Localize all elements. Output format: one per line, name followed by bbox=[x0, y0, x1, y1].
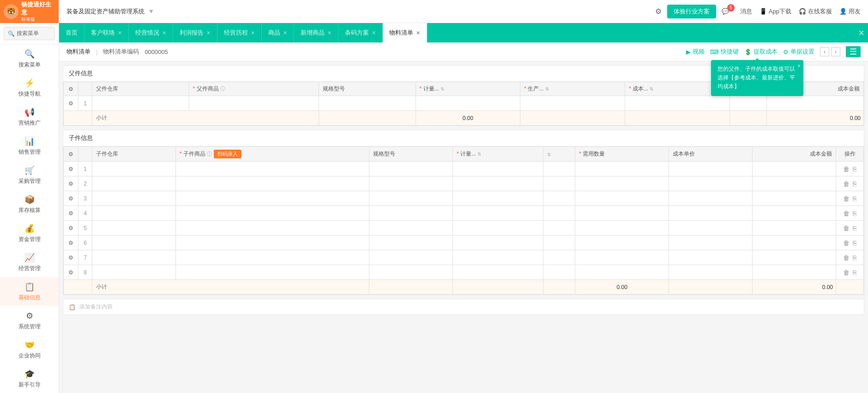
sidebar-item-资金管理[interactable]: 💰资金管理 bbox=[0, 219, 59, 248]
child-row-cost-amount-1[interactable] bbox=[753, 176, 836, 191]
parent-row-spec[interactable] bbox=[319, 96, 416, 111]
parent-row-warehouse[interactable] bbox=[92, 96, 189, 111]
parent-row-production[interactable] bbox=[520, 96, 625, 111]
sidebar-item-销售管理[interactable]: 📊销售管理 bbox=[0, 132, 59, 161]
child-row-extra-2[interactable] bbox=[543, 191, 575, 206]
copy-row-icon[interactable]: ⎘ bbox=[853, 224, 856, 232]
parent-row-cost[interactable] bbox=[625, 96, 730, 111]
child-row-unit-cost-0[interactable] bbox=[669, 162, 753, 176]
parent-row-unit[interactable] bbox=[416, 96, 520, 111]
child-row-cost-amount-3[interactable] bbox=[753, 206, 836, 221]
note-placeholder[interactable]: 添加备注内容 bbox=[79, 303, 113, 311]
child-row-warehouse-5[interactable] bbox=[92, 236, 176, 250]
child-row-quantity-1[interactable] bbox=[575, 176, 669, 191]
child-row-cost-amount-5[interactable] bbox=[753, 236, 836, 250]
nav-tab-7[interactable]: 条码方案✕ bbox=[338, 23, 383, 42]
sidebar-item-基础信息[interactable]: 📋基础信息 bbox=[0, 277, 59, 306]
sidebar-item-企业协同[interactable]: 🤝企业协同 bbox=[0, 335, 59, 364]
child-row-quantity-6[interactable] bbox=[575, 250, 669, 265]
sidebar-item-新手引导[interactable]: 🎓新手引导 bbox=[0, 364, 59, 393]
delete-row-icon[interactable]: 🗑 bbox=[843, 195, 850, 202]
delete-row-icon[interactable]: 🗑 bbox=[843, 210, 850, 217]
online-service-item[interactable]: 🎧 在线客服 bbox=[799, 7, 832, 16]
message-item[interactable]: 💬 5 消息 bbox=[722, 7, 752, 16]
child-row-extra-6[interactable] bbox=[543, 250, 575, 265]
child-row-warehouse-2[interactable] bbox=[92, 191, 176, 206]
child-row-quantity-2[interactable] bbox=[575, 191, 669, 206]
tab-close-icon[interactable]: ✕ bbox=[118, 30, 122, 36]
copy-row-icon[interactable]: ⎘ bbox=[853, 165, 856, 173]
child-row-quantity-7[interactable] bbox=[575, 265, 669, 280]
child-row-spec-2[interactable] bbox=[369, 191, 453, 206]
child-row-unit-cost-5[interactable] bbox=[669, 236, 753, 250]
sidebar-item-经营管理[interactable]: 📈经营管理 bbox=[0, 248, 59, 277]
child-row-spec-3[interactable] bbox=[369, 206, 453, 221]
child-row-product-6[interactable] bbox=[175, 250, 369, 265]
child-row-unit-2[interactable] bbox=[452, 191, 543, 206]
child-row-quantity-0[interactable] bbox=[575, 162, 669, 176]
child-row-warehouse-6[interactable] bbox=[92, 250, 176, 265]
doc-settings-button[interactable]: ⚙ 单据设置 bbox=[783, 48, 814, 56]
sidebar-item-采购管理[interactable]: 🛒采购管理 bbox=[0, 161, 59, 190]
child-row-spec-4[interactable] bbox=[369, 221, 453, 236]
experience-button[interactable]: 体验行业方案 bbox=[667, 5, 716, 18]
child-row-product-2[interactable] bbox=[175, 191, 369, 206]
child-row-quantity-4[interactable] bbox=[575, 221, 669, 236]
copy-row-icon[interactable]: ⎘ bbox=[853, 180, 856, 187]
sidebar-item-库存核算[interactable]: 📦库存核算 bbox=[0, 190, 59, 219]
extract-cost-button[interactable]: 💲 提取成本 bbox=[744, 48, 778, 56]
child-row-unit-cost-1[interactable] bbox=[669, 176, 753, 191]
delete-row-icon[interactable]: 🗑 bbox=[843, 180, 850, 187]
nav-tab-1[interactable]: 客户联络✕ bbox=[84, 23, 129, 42]
nav-tab-4[interactable]: 经营历程✕ bbox=[217, 23, 262, 42]
child-row-unit-6[interactable] bbox=[452, 250, 543, 265]
nav-tab-6[interactable]: 新增商品✕ bbox=[294, 23, 338, 42]
delete-row-icon[interactable]: 🗑 bbox=[843, 239, 850, 247]
scan-input-button[interactable]: 扫码录入 bbox=[214, 150, 241, 158]
parent-row-cost-amount[interactable] bbox=[767, 96, 864, 111]
child-row-quantity-3[interactable] bbox=[575, 206, 669, 221]
shortcut-button[interactable]: ⌨ 快捷键 bbox=[710, 48, 739, 56]
copy-row-icon[interactable]: ⎘ bbox=[853, 269, 856, 276]
close-all-tabs-button[interactable]: ✕ bbox=[855, 29, 868, 37]
child-row-extra-5[interactable] bbox=[543, 236, 575, 250]
nav-tab-8[interactable]: 物料清单✕ bbox=[383, 23, 427, 42]
sidebar-item-营销推广[interactable]: 📢营销推广 bbox=[0, 103, 59, 132]
tab-close-icon[interactable]: ✕ bbox=[416, 30, 420, 36]
view-video-button[interactable]: ▶ 视频 bbox=[686, 48, 705, 56]
child-row-unit-1[interactable] bbox=[452, 176, 543, 191]
child-row-cost-amount-7[interactable] bbox=[753, 265, 836, 280]
child-row-extra-3[interactable] bbox=[543, 206, 575, 221]
next-record-button[interactable]: › bbox=[831, 47, 840, 56]
tab-close-icon[interactable]: ✕ bbox=[283, 30, 287, 36]
user-item[interactable]: 👤 用友 bbox=[839, 7, 861, 16]
delete-row-icon[interactable]: 🗑 bbox=[843, 224, 850, 232]
child-row-warehouse-7[interactable] bbox=[92, 265, 176, 280]
child-row-unit-5[interactable] bbox=[452, 236, 543, 250]
child-row-product-7[interactable] bbox=[175, 265, 369, 280]
parent-row-extra[interactable] bbox=[729, 96, 767, 111]
child-row-cost-amount-4[interactable] bbox=[753, 221, 836, 236]
prev-record-button[interactable]: ‹ bbox=[820, 47, 829, 56]
tooltip-close-button[interactable]: × bbox=[797, 62, 801, 71]
child-row-spec-6[interactable] bbox=[369, 250, 453, 265]
child-row-spec-0[interactable] bbox=[369, 162, 453, 176]
child-row-extra-0[interactable] bbox=[543, 162, 575, 176]
search-menu-button[interactable]: 🔍 搜索菜单 bbox=[4, 27, 55, 40]
sidebar-item-快捷导航[interactable]: ⚡快捷导航 bbox=[0, 73, 59, 103]
child-row-quantity-5[interactable] bbox=[575, 236, 669, 250]
child-row-warehouse-3[interactable] bbox=[92, 206, 176, 221]
child-row-spec-5[interactable] bbox=[369, 236, 453, 250]
sidebar-item-系统管理[interactable]: ⚙系统管理 bbox=[0, 306, 59, 335]
sidebar-search[interactable]: 🔍 搜索菜单 bbox=[0, 23, 59, 44]
copy-row-icon[interactable]: ⎘ bbox=[853, 210, 856, 217]
delete-row-icon[interactable]: 🗑 bbox=[843, 254, 850, 261]
child-row-spec-1[interactable] bbox=[369, 176, 453, 191]
parent-row-product[interactable] bbox=[189, 96, 319, 111]
child-row-unit-cost-7[interactable] bbox=[669, 265, 753, 280]
child-row-unit-0[interactable] bbox=[452, 162, 543, 176]
nav-tab-0[interactable]: 首页 bbox=[59, 23, 84, 42]
child-row-extra-7[interactable] bbox=[543, 265, 575, 280]
child-row-unit-cost-3[interactable] bbox=[669, 206, 753, 221]
child-row-unit-3[interactable] bbox=[452, 206, 543, 221]
